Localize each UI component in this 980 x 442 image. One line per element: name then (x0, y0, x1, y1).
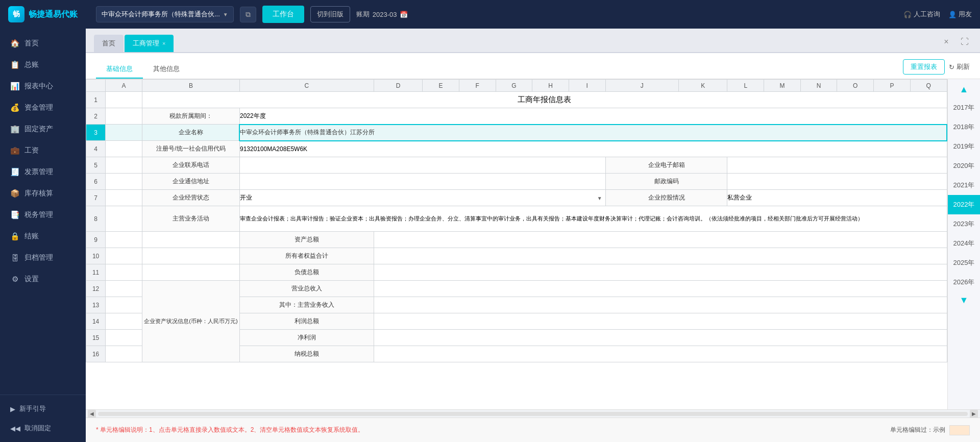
company-selector[interactable]: 中审众环会计师事务所（特殊普通合伙... ▼ (96, 6, 234, 22)
cell-12d-value[interactable] (374, 281, 947, 297)
sidebar: 🏠 首页 📋 总账 📊 报表中心 💰 资金管理 🏢 固定资产 💼 工资 🧾 发票… (0, 29, 86, 442)
sub-tabs: 基础信息 其他信息 重置报表 ↻ 刷新 (86, 53, 980, 79)
col-header-m[interactable]: M (764, 80, 801, 92)
sidebar-item-close[interactable]: 🔒 结账 (0, 226, 86, 247)
sidebar-item-label: 库存核算 (24, 189, 53, 198)
cell-13d-value[interactable] (374, 297, 947, 313)
cell-10d-value[interactable] (374, 248, 947, 264)
year-2018[interactable]: 2018年 (948, 117, 980, 137)
sidebar-item-finance[interactable]: 💰 资金管理 (0, 97, 86, 118)
cell-3b-label: 企业名称 (142, 125, 239, 141)
sidebar-item-home[interactable]: 🏠 首页 (0, 33, 86, 54)
sidebar-item-settings[interactable]: ⚙ 设置 (0, 268, 86, 290)
copy-button[interactable]: ⧉ (240, 7, 256, 22)
status-bar: * 单元格编辑说明：1、点击单元格直接录入数值或文本。2、清空单元格数值或文本恢… (86, 418, 980, 442)
col-header-b[interactable]: B (142, 80, 239, 92)
cell-6j-label: 邮政编码 (605, 174, 727, 190)
calendar-icon[interactable]: 📅 (400, 11, 408, 18)
year-2019[interactable]: 2019年 (948, 137, 980, 156)
sub-tab-other[interactable]: 其他信息 (143, 60, 190, 79)
year-2023[interactable]: 2023年 (948, 214, 980, 234)
table-row: 1 工商年报信息表 (86, 92, 947, 108)
col-header-j[interactable]: J (605, 80, 678, 92)
year-2024[interactable]: 2024年 (948, 234, 980, 253)
sidebar-item-report[interactable]: 📊 报表中心 (0, 76, 86, 97)
logo-icon: 畅 (8, 6, 24, 22)
sidebar-item-archive[interactable]: 🗄 归档管理 (0, 247, 86, 268)
cell-5l-value[interactable] (727, 157, 947, 174)
cell-3c-value[interactable]: 中审众环会计师事务所（特殊普通合伙）江苏分所 (239, 125, 947, 141)
year-2021[interactable]: 2021年 (948, 176, 980, 195)
cell-11d-value[interactable] (374, 264, 947, 281)
col-header-q[interactable]: Q (910, 80, 947, 92)
cell-6l-value[interactable] (727, 174, 947, 190)
h-scroll-track[interactable] (98, 412, 968, 416)
sidebar-item-guide[interactable]: ▶ 新手引导 (0, 399, 86, 419)
sub-tab-actions: 重置报表 ↻ 刷新 (903, 59, 970, 79)
cell-8c-value[interactable]: 审查企业会计报表；出具审计报告；验证企业资本；出具验资报告；办理企业合并、分立、… (239, 206, 947, 232)
cell-5c-value[interactable] (239, 157, 605, 174)
sidebar-item-tax[interactable]: 📑 税务管理 (0, 204, 86, 226)
tab-business[interactable]: 工商管理 × (125, 35, 174, 52)
inventory-icon: 📦 (10, 189, 19, 198)
col-header-h[interactable]: H (532, 80, 569, 92)
reset-button[interactable]: 重置报表 (903, 59, 945, 75)
cell-7c-value[interactable]: 开业 ▼ (239, 190, 605, 206)
workbench-button[interactable]: 工作台 (262, 6, 304, 23)
cell-10b (142, 248, 239, 264)
refresh-button[interactable]: ↻ 刷新 (949, 62, 970, 71)
sidebar-item-invoice[interactable]: 🧾 发票管理 (0, 161, 86, 183)
tab-close-icon[interactable]: × (162, 40, 165, 46)
cell-16d-value[interactable] (374, 346, 947, 362)
scroll-right-icon[interactable]: ▶ (970, 410, 978, 418)
year-2017[interactable]: 2017年 (948, 98, 980, 117)
col-header-i[interactable]: I (569, 80, 605, 92)
sidebar-item-ledger[interactable]: 📋 总账 (0, 54, 86, 76)
year-2020[interactable]: 2020年 (948, 156, 980, 176)
scroll-left-icon[interactable]: ◀ (88, 410, 96, 418)
tab-home[interactable]: 首页 (94, 35, 124, 52)
cell-2c-value[interactable]: 2022年度 (239, 108, 947, 125)
col-header-a[interactable]: A (106, 80, 142, 92)
human-service[interactable]: 🎧 人工咨询 (903, 10, 940, 19)
cell-12a (106, 281, 142, 297)
cell-9a (106, 232, 142, 248)
col-header-d[interactable]: D (374, 80, 423, 92)
table-row: 2 税款所属期间： 2022年度 (86, 108, 947, 125)
col-header-c[interactable]: C (239, 80, 374, 92)
col-header-f[interactable]: F (459, 80, 496, 92)
year-2026[interactable]: 2026年 (948, 273, 980, 292)
row-num-16: 16 (86, 346, 106, 362)
cell-6c-value[interactable] (239, 174, 605, 190)
col-header-n[interactable]: N (800, 80, 837, 92)
col-header-k[interactable]: K (678, 80, 727, 92)
cell-15d-value[interactable] (374, 330, 947, 346)
cell-2a (106, 108, 142, 125)
sub-tab-basic[interactable]: 基础信息 (96, 60, 143, 79)
sidebar-item-unpin[interactable]: ◀◀ 取消固定 (0, 419, 86, 438)
close-button[interactable]: × (939, 35, 953, 49)
h-scroll[interactable]: ◀ ▶ (86, 409, 980, 418)
expand-button[interactable]: ⛶ (958, 35, 972, 49)
cell-title[interactable]: 工商年报信息表 (142, 92, 947, 108)
col-header-l[interactable]: L (727, 80, 764, 92)
cell-14d-value[interactable] (374, 313, 947, 330)
cell-8a (106, 206, 142, 232)
sidebar-item-salary[interactable]: 💼 工资 (0, 140, 86, 161)
cell-7l-value[interactable]: 私营企业 (727, 190, 947, 206)
col-header-g[interactable]: G (496, 80, 532, 92)
sidebar-item-inventory[interactable]: 📦 库存核算 (0, 183, 86, 204)
year-2025[interactable]: 2025年 (948, 253, 980, 273)
cell-4c-value[interactable]: 91320100MA208E5W6K (239, 141, 947, 157)
user-avatar[interactable]: 👤 用友 (948, 10, 972, 19)
year-2022[interactable]: 2022年 (948, 195, 980, 214)
spreadsheet-main[interactable]: A B C D E F G H I J K L M (86, 79, 947, 409)
col-header-o[interactable]: O (837, 80, 874, 92)
year-up-icon[interactable]: ▲ (957, 81, 972, 98)
year-down-icon[interactable]: ▼ (957, 292, 972, 309)
col-header-e[interactable]: E (423, 80, 459, 92)
sidebar-item-assets[interactable]: 🏢 固定资产 (0, 118, 86, 140)
col-header-p[interactable]: P (874, 80, 911, 92)
cell-9d-value[interactable] (374, 232, 947, 248)
old-version-button[interactable]: 切到旧版 (310, 6, 350, 22)
